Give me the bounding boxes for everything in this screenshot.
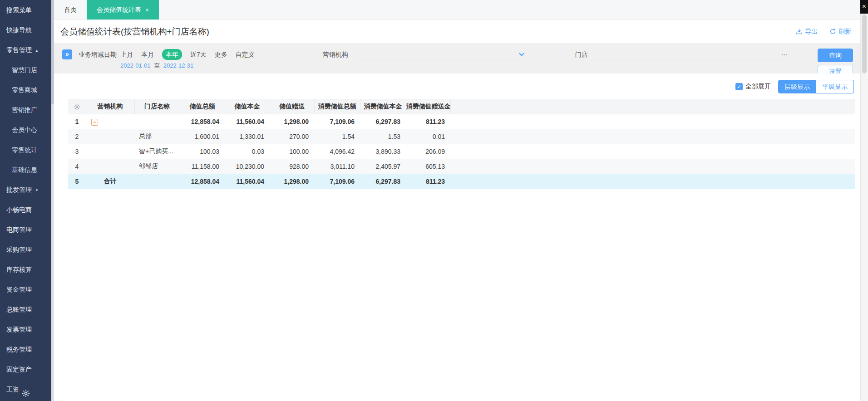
sidebar-item-smart-store[interactable]: 智慧门店 [0, 60, 51, 80]
date-separator: 至 [154, 62, 160, 69]
cell-consumed-principal: 6,297.83 [360, 174, 406, 189]
org-select-field[interactable] [353, 49, 525, 60]
date-filter: 业务增减日期 上月 本月 本年 近7天 更多 自定义 2022-01-01 至 … [79, 49, 255, 70]
date-end[interactable]: 2022-12-31 [163, 62, 194, 69]
page-scrollbar-thumb[interactable] [862, 15, 867, 73]
quick-option-last-month[interactable]: 上月 [120, 49, 133, 59]
export-icon [796, 28, 803, 35]
sidebar-item-label: 总账管理 [6, 306, 32, 313]
sidebar-item-member-center[interactable]: 会员中心 [0, 120, 51, 140]
sidebar-item-funds-management[interactable]: 资金管理 [0, 279, 51, 299]
cell-filler [450, 114, 855, 129]
col-header-consumed-total: 消费储值总额 [314, 99, 360, 114]
query-button[interactable]: 查询 [818, 49, 853, 62]
quick-option-custom[interactable]: 自定义 [236, 49, 255, 59]
table-row[interactable]: 4 邹邹店 11,158.00 10,230.00 928.00 3,011.1… [68, 159, 855, 174]
col-header-stored-principal: 储值本金 [225, 99, 270, 114]
sidebar-item-basic-info[interactable]: 基础信息 [0, 160, 51, 180]
sidebar-group-retail-management[interactable]: 零售管理▲ [0, 40, 51, 60]
table-controls: ✓ 全部展开 层级显示 平级显示 [68, 80, 855, 93]
cell-org [86, 129, 134, 144]
main-area: 首页 会员储值统计表 × 会员储值统计表(按营销机构+门店名称) 导出 [54, 0, 860, 401]
date-filter-label: 业务增减日期 [79, 49, 120, 60]
sidebar-group-wholesale-management[interactable]: 批发管理▼ [0, 180, 51, 200]
tab-label: 首页 [64, 6, 77, 14]
sidebar-item-label: 会员中心 [12, 126, 37, 133]
cell-row-number: 4 [68, 159, 86, 174]
refresh-label: 刷新 [838, 28, 851, 36]
quick-option-last-7-days[interactable]: 近7天 [190, 49, 207, 59]
table-row[interactable]: 1 − 12,858.04 11,560.04 1,298.00 7,109.0… [68, 114, 855, 129]
collapse-minus-icon[interactable]: − [91, 119, 98, 126]
sidebar-scrollbar-thumb[interactable] [51, 0, 54, 104]
date-quick-options: 上月 本月 本年 近7天 更多 自定义 [120, 49, 255, 60]
cell-consumed-bonus: 0.01 [406, 129, 450, 144]
gear-icon [22, 389, 30, 397]
store-input-field[interactable]: … [592, 49, 789, 60]
cell-stored-total: 11,158.00 [180, 159, 225, 174]
cell-store: 邹邹店 [134, 159, 180, 174]
cell-stored-principal: 0.03 [225, 144, 270, 159]
cell-row-number: 3 [68, 144, 86, 159]
tab-home[interactable]: 首页 [54, 0, 87, 20]
expand-all-checkbox[interactable]: ✓ [735, 83, 743, 90]
col-header-consumed-principal: 消费储值本金 [360, 99, 406, 114]
cell-consumed-principal: 6,297.83 [360, 114, 406, 129]
sidebar-item-label: 税务管理 [6, 346, 32, 353]
cell-row-number: 1 [68, 114, 86, 129]
sidebar-item-search-menu[interactable]: 搜索菜单 [0, 0, 51, 20]
sidebar-scrollbar[interactable] [51, 0, 54, 401]
sidebar-item-general-ledger[interactable]: 总账管理 [0, 299, 51, 319]
col-header-filler [450, 99, 855, 114]
quick-option-more[interactable]: 更多 [215, 49, 227, 59]
table-row[interactable]: 3 智+已购买... 100.03 0.03 100.00 4,096.42 3… [68, 144, 855, 159]
table-row[interactable]: 2 总部 1,600.01 1,330.01 270.00 1.54 1.53 … [68, 129, 855, 144]
col-header-stored-bonus: 储值赠送 [270, 99, 314, 114]
cell-stored-bonus: 1,298.00 [270, 174, 314, 189]
sidebar-item-fixed-assets[interactable]: 固定资产 [0, 359, 51, 379]
flat-display-button[interactable]: 平级显示 [816, 80, 854, 93]
col-header-org: 营销机构 [86, 99, 134, 114]
sidebar-settings-button[interactable] [0, 389, 51, 400]
sidebar-item-purchase-management[interactable]: 采购管理 [0, 240, 51, 259]
more-options-icon[interactable]: … [781, 49, 788, 57]
sidebar-item-ecommerce-management[interactable]: 电商管理 [0, 220, 51, 240]
cell-consumed-bonus: 811.23 [406, 114, 450, 129]
sidebar: 搜索菜单 快捷导航 零售管理▲ 智慧门店 零售商城 营销推广 会员中心 零售统计… [0, 0, 51, 401]
chevron-down-icon: ▼ [35, 188, 39, 192]
sidebar-item-inventory-accounting[interactable]: 库存核算 [0, 259, 51, 279]
org-filter-label: 营销机构 [323, 49, 348, 60]
cell-store [134, 114, 180, 129]
date-start[interactable]: 2022-01-01 [120, 62, 151, 69]
date-range-display[interactable]: 2022-01-01 至 2022-12-31 [120, 62, 255, 70]
tab-member-stored-value-report[interactable]: 会员储值统计表 × [87, 0, 159, 20]
sidebar-item-marketing-promo[interactable]: 营销推广 [0, 100, 51, 120]
sidebar-item-retail-mall[interactable]: 零售商城 [0, 80, 51, 100]
window-close-button[interactable]: × [860, 0, 868, 14]
cell-stored-principal: 11,560.04 [225, 174, 270, 189]
sidebar-item-tax-management[interactable]: 税务管理 [0, 339, 51, 359]
sidebar-item-label: 发票管理 [6, 326, 32, 333]
export-button[interactable]: 导出 [796, 28, 818, 36]
sidebar-item-quick-nav[interactable]: 快捷导航 [0, 20, 51, 40]
table-total-row: 5 合计 12,858.04 11,560.04 1,298.00 7,109.… [68, 174, 855, 189]
hierarchy-display-button[interactable]: 层级显示 [778, 80, 816, 93]
column-settings-header[interactable] [68, 99, 86, 114]
quick-option-this-year[interactable]: 本年 [162, 49, 182, 60]
cell-consumed-total: 7,109.06 [314, 174, 360, 189]
cell-filler [450, 144, 855, 159]
tab-close-icon[interactable]: × [145, 6, 149, 14]
sidebar-item-invoice-management[interactable]: 发票管理 [0, 319, 51, 339]
sidebar-item-label: 资金管理 [6, 286, 32, 293]
cell-store: 智+已购买... [134, 144, 180, 159]
expand-panel-button[interactable]: » [62, 49, 72, 59]
quick-option-this-month[interactable]: 本月 [141, 49, 154, 59]
cell-stored-bonus: 100.00 [270, 144, 314, 159]
sidebar-item-retail-statistics[interactable]: 零售统计 [0, 140, 51, 160]
page-scrollbar[interactable] [860, 14, 868, 401]
title-bar: 会员储值统计表(按营销机构+门店名称) 导出 刷新 [54, 20, 860, 43]
cell-consumed-bonus: 206.09 [406, 144, 450, 159]
sidebar-item-xiaochang-ecommerce[interactable]: 小畅电商 [0, 200, 51, 220]
refresh-button[interactable]: 刷新 [829, 28, 851, 36]
title-actions: 导出 刷新 [796, 28, 851, 36]
